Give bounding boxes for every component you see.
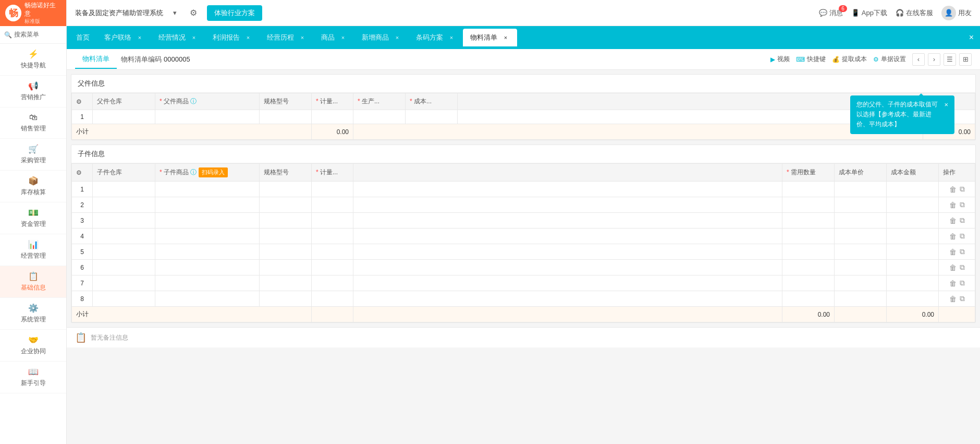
- copy-icon-1[interactable]: ⧉: [960, 185, 965, 194]
- copy-icon-7[interactable]: ⧉: [960, 279, 965, 287]
- child-unit-cost-7[interactable]: [835, 275, 887, 291]
- tab-new-goods[interactable]: 新增商品 ×: [354, 29, 409, 46]
- child-product-8[interactable]: [155, 291, 260, 307]
- child-warehouse-7[interactable]: [93, 275, 155, 291]
- tab-history[interactable]: 经营历程 ×: [260, 29, 314, 46]
- sidebar-item-basic-info[interactable]: 📋 基础信息: [0, 266, 66, 298]
- sidebar-item-sales[interactable]: 🛍 销售管理: [0, 107, 66, 139]
- prev-icon[interactable]: ‹: [912, 53, 925, 66]
- child-unit-cost-8[interactable]: [835, 291, 887, 307]
- child-spec-2[interactable]: [260, 197, 312, 213]
- copy-icon-2[interactable]: ⧉: [960, 200, 965, 209]
- child-product-7[interactable]: [155, 275, 260, 291]
- sidebar-item-finance[interactable]: 💵 资金管理: [0, 202, 66, 234]
- parent-product-cell[interactable]: [155, 110, 260, 124]
- child-qty-5[interactable]: [782, 244, 835, 260]
- child-spec-7[interactable]: [260, 275, 312, 291]
- settings-action[interactable]: ⚙ 单据设置: [873, 55, 906, 64]
- copy-icon-5[interactable]: ⧉: [960, 247, 965, 256]
- child-spec-4[interactable]: [260, 229, 312, 244]
- sidebar-item-inventory[interactable]: 📦 库存核算: [0, 171, 66, 202]
- shortcut-action[interactable]: ⌨ 快捷键: [796, 55, 826, 64]
- sub-tab-bom[interactable]: 物料清单: [75, 50, 117, 69]
- child-amount-3[interactable]: [887, 213, 939, 229]
- child-amount-6[interactable]: [887, 260, 939, 275]
- sidebar-item-collaboration[interactable]: 🤝 企业协同: [0, 330, 66, 362]
- delete-icon-5[interactable]: 🗑: [949, 248, 957, 256]
- child-unit-cost-5[interactable]: [835, 244, 887, 260]
- child-spec-8[interactable]: [260, 291, 312, 307]
- child-qty-4[interactable]: [782, 229, 835, 244]
- parent-batch-cell[interactable]: [353, 110, 406, 124]
- sidebar-item-operations[interactable]: 📊 经营管理: [0, 234, 66, 266]
- child-qty-6[interactable]: [782, 260, 835, 275]
- child-qty-8[interactable]: [782, 291, 835, 307]
- child-amount-7[interactable]: [887, 275, 939, 291]
- expand-icon[interactable]: ⊞: [959, 53, 972, 66]
- child-spec-5[interactable]: [260, 244, 312, 260]
- app-download-action[interactable]: 📱 App下载: [851, 8, 887, 18]
- trial-button[interactable]: 体验行业方案: [207, 5, 262, 21]
- close-all-tabs-icon[interactable]: ×: [965, 31, 978, 44]
- child-product-info-icon[interactable]: ⓘ: [190, 169, 197, 176]
- child-amount-1[interactable]: [887, 182, 939, 197]
- parent-spec-cell[interactable]: [260, 110, 312, 124]
- user-action[interactable]: 👤 用友: [941, 6, 972, 20]
- sidebar-item-purchase[interactable]: 🛒 采购管理: [0, 139, 66, 171]
- close-tab-history[interactable]: ×: [298, 33, 307, 42]
- child-amount-5[interactable]: [887, 244, 939, 260]
- child-warehouse-4[interactable]: [93, 229, 155, 244]
- next-icon[interactable]: ›: [928, 53, 940, 66]
- child-spec-3[interactable]: [260, 213, 312, 229]
- parent-warehouse-cell[interactable]: [93, 110, 155, 124]
- parent-unit-cell[interactable]: [312, 110, 353, 124]
- child-warehouse-3[interactable]: [93, 213, 155, 229]
- child-unit-cost-2[interactable]: [835, 197, 887, 213]
- sidebar-search[interactable]: 🔍 搜索菜单: [0, 26, 66, 44]
- close-tab-customer[interactable]: ×: [136, 33, 144, 42]
- child-unit-cost-4[interactable]: [835, 229, 887, 244]
- settings-gear-icon[interactable]: ⚙: [186, 6, 201, 20]
- child-product-2[interactable]: [155, 197, 260, 213]
- th-settings-parent[interactable]: ⚙: [72, 93, 93, 110]
- close-tab-new-goods[interactable]: ×: [393, 33, 401, 42]
- child-unit-4[interactable]: [312, 229, 353, 244]
- tab-operations[interactable]: 经营情况 ×: [151, 29, 205, 46]
- copy-icon-8[interactable]: ⧉: [960, 294, 965, 303]
- child-amount-8[interactable]: [887, 291, 939, 307]
- child-warehouse-5[interactable]: [93, 244, 155, 260]
- close-tab-goods[interactable]: ×: [339, 33, 347, 42]
- child-product-4[interactable]: [155, 229, 260, 244]
- delete-icon-7[interactable]: 🗑: [949, 279, 957, 287]
- sidebar-item-beginner[interactable]: 📖 新手引导: [0, 362, 66, 393]
- close-tab-bom[interactable]: ×: [501, 33, 510, 42]
- delete-icon-1[interactable]: 🗑: [949, 185, 957, 194]
- parent-cost-cell[interactable]: [406, 110, 458, 124]
- video-action[interactable]: ▶ 视频: [770, 55, 790, 64]
- delete-icon-8[interactable]: 🗑: [949, 295, 957, 303]
- child-spec-6[interactable]: [260, 260, 312, 275]
- child-qty-7[interactable]: [782, 275, 835, 291]
- child-qty-3[interactable]: [782, 213, 835, 229]
- child-unit-6[interactable]: [312, 260, 353, 275]
- child-spec-1[interactable]: [260, 182, 312, 197]
- scan-button[interactable]: 扫码录入: [199, 167, 228, 177]
- system-dropdown-icon[interactable]: ▾: [169, 8, 180, 18]
- copy-icon-4[interactable]: ⧉: [960, 232, 965, 241]
- child-amount-4[interactable]: [887, 229, 939, 244]
- delete-icon-6[interactable]: 🗑: [949, 263, 957, 272]
- child-warehouse-1[interactable]: [93, 182, 155, 197]
- child-product-5[interactable]: [155, 244, 260, 260]
- child-warehouse-8[interactable]: [93, 291, 155, 307]
- sidebar-item-quick-nav[interactable]: ⚡ 快捷导航: [0, 44, 66, 76]
- close-tab-profit[interactable]: ×: [244, 33, 252, 42]
- child-unit-1[interactable]: [312, 182, 353, 197]
- tab-barcode[interactable]: 条码方案 ×: [409, 29, 463, 46]
- child-product-3[interactable]: [155, 213, 260, 229]
- tab-profit[interactable]: 利润报告 ×: [205, 29, 260, 46]
- tooltip-close-icon[interactable]: ×: [944, 100, 948, 111]
- child-qty-2[interactable]: [782, 197, 835, 213]
- tab-home[interactable]: 首页: [69, 29, 97, 46]
- child-unit-8[interactable]: [312, 291, 353, 307]
- child-product-6[interactable]: [155, 260, 260, 275]
